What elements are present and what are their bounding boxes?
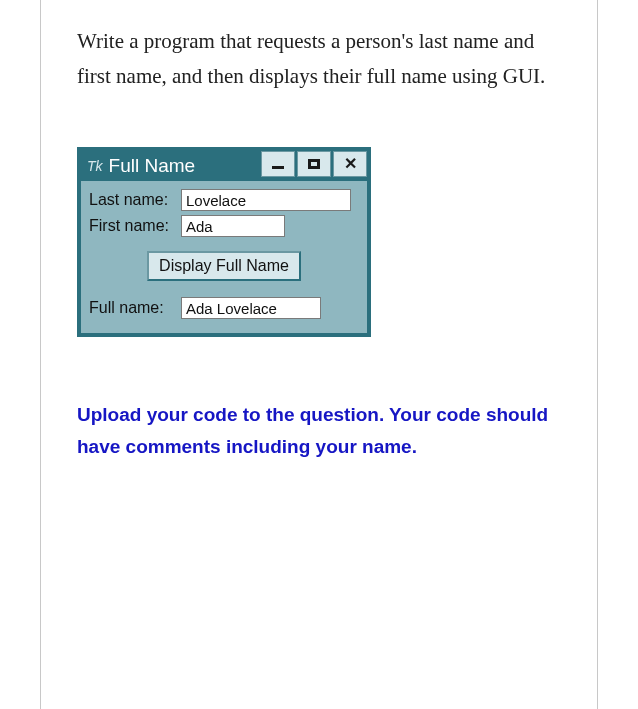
fullname-label: Full name: <box>89 299 181 317</box>
close-button[interactable]: ✕ <box>333 151 367 177</box>
window-title: Full Name <box>109 155 259 177</box>
upload-instruction: Upload your code to the question. Your c… <box>77 399 561 462</box>
assignment-prompt: Write a program that requests a person's… <box>77 24 561 93</box>
maximize-button[interactable] <box>297 151 331 177</box>
action-row: Display Full Name <box>89 251 359 281</box>
lastname-value: Lovelace <box>186 192 246 209</box>
fullname-value: Ada Lovelace <box>186 300 277 317</box>
display-button[interactable]: Display Full Name <box>147 251 301 281</box>
lastname-field[interactable]: Lovelace <box>181 189 351 211</box>
lastname-label: Last name: <box>89 191 181 209</box>
tk-icon: Tk <box>87 158 103 174</box>
maximize-icon <box>308 159 320 169</box>
window-controls: ✕ <box>259 151 367 181</box>
titlebar: Tk Full Name ✕ <box>81 151 367 181</box>
window-client-area: Last name: Lovelace First name: Ada Disp… <box>81 181 367 333</box>
minimize-icon <box>272 166 284 169</box>
fullname-row: Full name: Ada Lovelace <box>89 297 359 319</box>
firstname-field[interactable]: Ada <box>181 215 285 237</box>
fullname-field: Ada Lovelace <box>181 297 321 319</box>
firstname-row: First name: Ada <box>89 215 359 237</box>
minimize-button[interactable] <box>261 151 295 177</box>
firstname-value: Ada <box>186 218 213 235</box>
example-window: Tk Full Name ✕ Last name: Lovelace First… <box>77 147 371 337</box>
close-icon: ✕ <box>344 156 357 172</box>
page-content: Write a program that requests a person's… <box>40 0 598 709</box>
firstname-label: First name: <box>89 217 181 235</box>
lastname-row: Last name: Lovelace <box>89 189 359 211</box>
